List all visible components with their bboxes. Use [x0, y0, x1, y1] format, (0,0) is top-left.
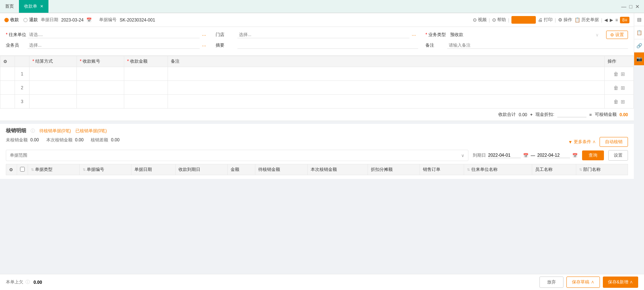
date-range-sep: — — [531, 153, 535, 158]
date-to-icon[interactable]: 📅 — [572, 153, 578, 158]
sidebar-doc-icon[interactable]: 📋 — [634, 26, 644, 39]
date-from-icon[interactable]: 📅 — [523, 153, 529, 158]
settings-btn[interactable]: ⚙ 设置 — [606, 31, 628, 39]
pending-tab[interactable]: 待核销单据(0笔) — [39, 128, 71, 134]
win-minimize[interactable]: — — [621, 4, 627, 9]
radio-receipt-label: 收款 — [10, 17, 19, 23]
date-calendar-icon[interactable]: 📅 — [86, 17, 92, 23]
store-more-btn[interactable]: ··· — [409, 32, 418, 38]
list-btn[interactable]: ≡ — [615, 17, 618, 23]
recon-settings-btn[interactable]: 设置 — [608, 150, 628, 161]
counterparty-field: 往来单位 ··· — [6, 31, 208, 38]
save-draft-btn[interactable]: 保存草稿 ∧ — [566, 277, 600, 288]
total-label: 收款合计 — [498, 111, 516, 118]
tab-close-btn[interactable]: ✕ — [40, 4, 43, 9]
range-select[interactable] — [30, 153, 458, 158]
business-type-arrow[interactable]: ∨ — [596, 32, 599, 38]
row2-amount[interactable] — [124, 81, 168, 95]
date-to-input[interactable] — [537, 153, 570, 158]
sidebar-table-icon[interactable]: ▤ — [634, 13, 644, 26]
tab-home[interactable]: 首页 — [0, 0, 19, 13]
salesperson-field: 业务员 ··· — [6, 42, 208, 49]
row2-settings — [0, 81, 15, 95]
stat-diff: 核销差额 0.00 — [91, 137, 119, 143]
row1-delete-icon[interactable]: 🗑 — [613, 71, 619, 77]
recon-col-due: 收款到期日 — [175, 164, 227, 175]
order-info-icon[interactable]: ⓘ — [25, 279, 30, 285]
row2-copy-icon[interactable]: ⊞ — [621, 85, 625, 91]
help-btn[interactable]: ⊙ 帮助 — [492, 17, 506, 23]
salesperson-more-btn[interactable]: ··· — [200, 43, 208, 48]
remark-field: 备注 — [425, 42, 628, 49]
date-from-input[interactable] — [488, 153, 521, 158]
stat-current-recon: 本次核销金额 0.00 — [46, 137, 84, 143]
next-btn[interactable]: ▶ — [610, 17, 613, 23]
receipt-type-group: 收款 退款 — [4, 17, 38, 23]
discount-input[interactable] — [557, 112, 586, 117]
form-row-2: 业务员 ··· 摘要 备注 — [6, 42, 628, 49]
video-btn[interactable]: ⊙ 视频 — [473, 17, 487, 23]
recon-info-icon[interactable]: ⓘ — [31, 128, 35, 134]
row1-settlement[interactable] — [30, 67, 77, 81]
row1-remark[interactable] — [168, 67, 605, 81]
date-value: 2023-03-24 — [61, 17, 83, 23]
col-account-header: 收款账号 — [77, 56, 124, 67]
counterparty-more-btn[interactable]: ··· — [200, 32, 208, 38]
num-label: 单据编号 — [99, 17, 117, 23]
recon-select-all[interactable] — [20, 167, 25, 172]
operations-btn[interactable]: ⚙ 操作 — [558, 17, 572, 23]
row3-account[interactable] — [77, 95, 124, 109]
row3-remark[interactable] — [168, 95, 605, 109]
print-icon: 🖨 — [538, 17, 543, 23]
win-close[interactable]: ✕ — [635, 4, 640, 9]
query-btn[interactable]: 查询 — [582, 150, 604, 160]
auto-recon-btn[interactable]: 自动核销 — [600, 137, 628, 147]
row3-copy-icon[interactable]: ⊞ — [621, 99, 625, 105]
tab-receipt[interactable]: 收款单 ✕ — [19, 0, 48, 13]
row2-account[interactable] — [77, 81, 124, 95]
discard-btn[interactable]: 放弃 — [539, 277, 564, 288]
radio-receipt[interactable]: 收款 — [4, 17, 19, 23]
radio-refund[interactable]: 退款 — [23, 17, 38, 23]
store-label: 门店 — [216, 32, 237, 38]
more-conditions-btn[interactable]: ▼ 更多条件 ∧ — [568, 139, 596, 145]
row2-ops: 🗑 ⊞ — [605, 81, 634, 95]
prev-btn[interactable]: ◀ — [604, 17, 608, 23]
recon-table-settings-icon[interactable]: ⚙ — [9, 167, 13, 172]
remark-input[interactable] — [447, 42, 628, 49]
win-maximize[interactable]: □ — [629, 4, 632, 9]
table-settings-icon[interactable]: ⚙ — [3, 59, 7, 64]
sidebar-camera-icon[interactable]: 📷 — [634, 52, 644, 66]
row2-remark[interactable] — [168, 81, 605, 95]
counterparty-input[interactable] — [28, 31, 200, 38]
business-type-field: 业务类型 预收款 ∨ ⚙ 设置 — [425, 31, 628, 39]
row3-delete-icon[interactable]: 🗑 — [613, 99, 619, 105]
done-tab[interactable]: 已核销单据(0笔) — [75, 128, 107, 134]
grid-btn[interactable]: 8≡ — [620, 17, 629, 23]
row1-ops: 🗑 ⊞ — [605, 67, 634, 81]
row3-amount[interactable] — [124, 95, 168, 109]
print-btn[interactable]: 🖨 打印 — [538, 17, 553, 23]
row1-account[interactable] — [77, 67, 124, 81]
row3-settlement[interactable] — [30, 95, 77, 109]
store-input[interactable] — [237, 31, 409, 38]
recon-col-date: 单据日期 — [131, 164, 176, 175]
summary-input[interactable] — [237, 42, 418, 49]
save-new-btn[interactable]: 保存&新增 ∧ — [603, 277, 638, 288]
total-value: 0.00 — [519, 112, 527, 117]
col-remark-header: 备注 — [168, 56, 605, 67]
range-dropdown-arrow[interactable]: ∨ — [461, 153, 464, 158]
row2-settlement[interactable] — [30, 81, 77, 95]
toolbar-right: ⊙ 视频 | ⊙ 帮助 | ▤ 快捷键 🖨 打印 | ⚙ 操作 — [473, 16, 629, 24]
shortcut-label: 快捷键 — [520, 17, 533, 23]
salesperson-input[interactable] — [28, 42, 200, 49]
row1-num: 1 — [15, 67, 30, 81]
shortcut-btn[interactable]: ▤ 快捷键 — [511, 16, 536, 24]
recon-col-order: 销售订单 — [420, 164, 464, 175]
row1-copy-icon[interactable]: ⊞ — [621, 71, 625, 77]
row1-amount[interactable] — [124, 67, 168, 81]
order-label: 本单上欠 — [6, 279, 23, 285]
history-btn[interactable]: 📋 历史单据 — [574, 17, 599, 23]
row2-delete-icon[interactable]: 🗑 — [613, 85, 619, 91]
sidebar-link-icon[interactable]: 🔗 — [634, 39, 644, 52]
